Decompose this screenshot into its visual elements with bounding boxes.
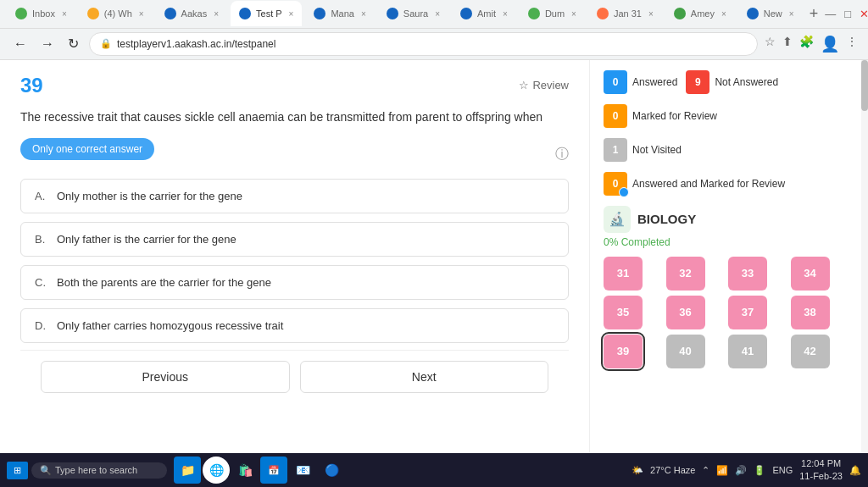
taskbar: ⊞ 🔍 Type here to search 📁 🌐 🛍️ 📅 📧 🔵 🌤️ … xyxy=(0,453,868,487)
next-button[interactable]: Next xyxy=(300,361,549,393)
answered-marked-count: 0 xyxy=(613,178,619,190)
legend-marked: 0 Marked for Review xyxy=(604,104,717,128)
tab-aakas[interactable]: Aakas × xyxy=(156,1,227,26)
maximize-button[interactable]: □ xyxy=(844,8,851,20)
scrollbar[interactable] xyxy=(861,60,868,453)
option-a[interactable]: A. Only mother is the carrier for the ge… xyxy=(20,179,569,213)
option-c[interactable]: C. Both the parents are the carrier for … xyxy=(20,265,569,300)
tab-label-new: New xyxy=(764,8,782,19)
not-visited-label: Not Visited xyxy=(632,144,682,156)
answer-type-button[interactable]: Only one correct answer xyxy=(20,138,154,160)
q-button-32[interactable]: 32 xyxy=(666,257,705,291)
tab-icon-amey xyxy=(674,8,686,19)
tab-close-dum[interactable]: × xyxy=(571,9,576,19)
menu-icon[interactable]: ⋮ xyxy=(846,35,858,53)
tab-jan31[interactable]: Jan 31 × xyxy=(588,1,662,26)
tab-close-new[interactable]: × xyxy=(789,9,794,19)
tab-close-amey[interactable]: × xyxy=(721,9,726,19)
q-button-38[interactable]: 38 xyxy=(791,296,830,329)
tab-close-testp[interactable]: × xyxy=(289,9,294,19)
forward-button[interactable]: → xyxy=(37,33,58,55)
option-a-text: Only mother is the carrier for the gene xyxy=(57,190,242,202)
minimize-button[interactable]: — xyxy=(825,8,836,20)
start-button[interactable]: ⊞ xyxy=(7,462,28,479)
taskbar-app-mail[interactable]: 📧 xyxy=(289,457,316,484)
tab-icon-saura xyxy=(387,8,398,19)
taskbar-app-store[interactable]: 🛍️ xyxy=(231,457,259,484)
taskbar-app-chrome[interactable]: 🌐 xyxy=(203,457,230,484)
volume-icon[interactable]: 🔊 xyxy=(735,465,747,476)
back-button[interactable]: ← xyxy=(10,33,31,55)
answered-count: 0 xyxy=(613,76,619,88)
tab-mana[interactable]: Mana × xyxy=(305,1,374,26)
tab-label-mana: Mana xyxy=(331,8,354,19)
tab-saura[interactable]: Saura × xyxy=(378,1,448,26)
tab-testp[interactable]: Test P × xyxy=(231,1,302,26)
tab-wh[interactable]: (4) Wh × xyxy=(79,1,153,26)
tab-close-jan31[interactable]: × xyxy=(648,9,654,19)
tab-label-dum: Dum xyxy=(545,8,565,19)
q-button-31[interactable]: 31 xyxy=(604,257,643,291)
marked-count: 0 xyxy=(613,110,619,122)
options-list: A. Only mother is the carrier for the ge… xyxy=(20,179,569,343)
language-label: ENG xyxy=(772,465,793,475)
tab-inbox[interactable]: Inbox × xyxy=(7,1,75,26)
tab-close-amit[interactable]: × xyxy=(503,9,508,19)
address-bar[interactable]: 🔒 testplayerv1.aakash.ac.in/testpanel xyxy=(89,32,758,56)
previous-button[interactable]: Previous xyxy=(41,361,290,393)
option-d[interactable]: D. Only father carries homozygous recess… xyxy=(20,308,569,343)
q-button-42[interactable]: 42 xyxy=(791,335,830,368)
status-panel: 0 Answered 9 Not Answered 0 Marked for R xyxy=(590,60,861,453)
q-button-33[interactable]: 33 xyxy=(728,257,767,291)
q-button-35[interactable]: 35 xyxy=(604,296,643,329)
not-answered-box: 9 xyxy=(686,70,709,94)
tab-close-inbox[interactable]: × xyxy=(62,9,67,19)
taskbar-search[interactable]: 🔍 Type here to search xyxy=(31,462,167,479)
question-grid: 31 32 33 34 35 36 37 38 39 40 41 42 xyxy=(604,257,848,368)
taskbar-up-icon[interactable]: ⌃ xyxy=(702,465,709,476)
legend-not-visited: 1 Not Visited xyxy=(604,138,682,162)
legend-answered-marked: 0 Answered and Marked for Review xyxy=(604,172,785,196)
tab-dum[interactable]: Dum × xyxy=(520,1,585,26)
network-icon: 📶 xyxy=(716,465,728,476)
share-icon[interactable]: ⬆ xyxy=(782,35,793,53)
q-button-41[interactable]: 41 xyxy=(728,335,767,368)
question-text: The recessive trait that causes sickle c… xyxy=(20,108,569,126)
tab-label-wh: (4) Wh xyxy=(104,8,132,19)
taskbar-app-calendar[interactable]: 📅 xyxy=(260,457,287,484)
tab-amit[interactable]: Amit × xyxy=(452,1,516,26)
tab-close-wh[interactable]: × xyxy=(139,9,144,19)
q-button-37[interactable]: 37 xyxy=(728,296,767,329)
q-button-34[interactable]: 34 xyxy=(791,257,830,291)
taskbar-app-edge[interactable]: 🔵 xyxy=(318,457,345,484)
tab-label-inbox: Inbox xyxy=(32,8,55,19)
option-b[interactable]: B. Only father is the carrier for the ge… xyxy=(20,222,569,257)
legend-answered: 0 Answered xyxy=(604,70,677,94)
taskbar-app-explorer[interactable]: 📁 xyxy=(174,457,201,484)
review-button[interactable]: ☆ Review xyxy=(519,79,569,91)
question-number: 39 xyxy=(20,74,43,97)
notification-icon[interactable]: 🔔 xyxy=(849,465,861,476)
answered-marked-box: 0 xyxy=(604,172,627,196)
tab-amey[interactable]: Amey × xyxy=(665,1,735,26)
extensions-icon[interactable]: 🧩 xyxy=(799,35,814,53)
reload-button[interactable]: ↻ xyxy=(64,32,82,55)
marked-box: 0 xyxy=(604,104,627,128)
tab-close-saura[interactable]: × xyxy=(435,9,440,19)
search-icon: 🔍 xyxy=(40,465,52,476)
tab-close-aakas[interactable]: × xyxy=(214,9,219,19)
q-button-40[interactable]: 40 xyxy=(666,335,705,368)
new-tab-button[interactable]: + xyxy=(806,5,822,23)
tab-label-aakas: Aakas xyxy=(181,8,208,19)
profile-icon[interactable]: 👤 xyxy=(821,35,839,53)
q-button-36[interactable]: 36 xyxy=(666,296,705,329)
q-button-39[interactable]: 39 xyxy=(604,335,643,368)
subject-title: BIOLOGY xyxy=(637,212,696,226)
bookmark-star-icon[interactable]: ☆ xyxy=(765,35,776,53)
tab-new[interactable]: New × xyxy=(738,1,803,26)
subject-icon: 🔬 xyxy=(604,206,631,233)
close-button[interactable]: ✕ xyxy=(860,8,868,20)
answered-box: 0 xyxy=(604,70,627,94)
tab-close-mana[interactable]: × xyxy=(361,9,366,19)
scrollbar-thumb[interactable] xyxy=(861,60,868,111)
